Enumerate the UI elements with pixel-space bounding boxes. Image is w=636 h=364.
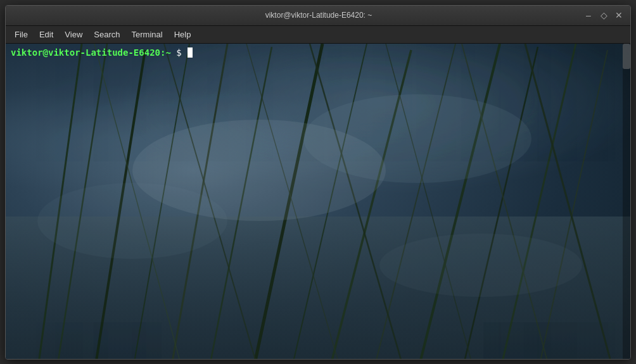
menu-item-view[interactable]: View <box>60 28 87 41</box>
terminal-body[interactable]: viktor@viktor-Latitude-E6420 :~ $ <box>6 44 630 359</box>
scrollbar-track[interactable] <box>623 44 630 359</box>
menu-item-file[interactable]: File <box>10 28 33 41</box>
close-button[interactable]: ✕ <box>613 9 625 22</box>
minimize-button[interactable]: – <box>582 9 595 22</box>
menu-item-edit[interactable]: Edit <box>34 28 58 41</box>
window-controls: – ◇ ✕ <box>582 9 625 22</box>
menu-bar: File Edit View Search Terminal Help <box>6 26 630 44</box>
terminal-content[interactable]: viktor@viktor-Latitude-E6420 :~ $ <box>6 44 630 359</box>
menu-item-help[interactable]: Help <box>169 28 196 41</box>
window-title: viktor@viktor-Latitude-E6420: ~ <box>55 11 582 20</box>
title-bar: viktor@viktor-Latitude-E6420: ~ – ◇ ✕ <box>6 6 630 26</box>
maximize-button[interactable]: ◇ <box>597 9 610 22</box>
prompt-user-host: viktor@viktor-Latitude-E6420 <box>11 47 160 58</box>
prompt-symbol: $ <box>171 47 187 58</box>
scrollbar-thumb[interactable] <box>623 44 630 69</box>
prompt-line: viktor@viktor-Latitude-E6420 :~ $ <box>11 47 625 58</box>
menu-item-search[interactable]: Search <box>89 28 125 41</box>
terminal-window: viktor@viktor-Latitude-E6420: ~ – ◇ ✕ Fi… <box>5 5 631 360</box>
prompt-path: :~ <box>160 47 171 58</box>
terminal-cursor <box>188 47 193 58</box>
menu-item-terminal[interactable]: Terminal <box>127 28 168 41</box>
